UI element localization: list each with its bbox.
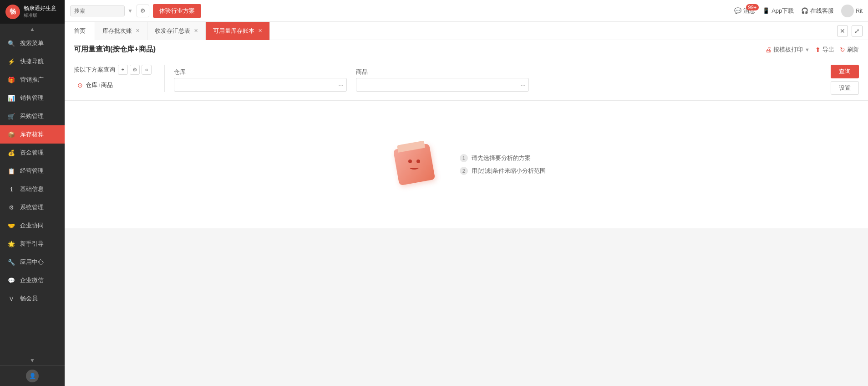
filter-panel: 按以下方案查询 + ⚙ « ⊙ 仓库+商品 仓库 (65, 59, 868, 101)
sidebar-label-member: 畅会员 (20, 294, 38, 303)
maximize-window-button[interactable]: ⤢ (852, 26, 863, 36)
scheme-label: 仓库+商品 (86, 81, 113, 89)
goods-filter-field: 商品 ··· (356, 68, 529, 92)
warehouse-input[interactable] (174, 82, 335, 88)
search-dropdown-icon[interactable]: ▼ (127, 8, 133, 14)
username-label: Rit (856, 8, 863, 14)
tab-available[interactable]: 可用量库存账本✕ (206, 22, 270, 40)
sidebar-label-shortcut: 快捷导航 (20, 57, 44, 66)
sidebar-item-cooperation[interactable]: 🤝 企业协同 (0, 216, 65, 235)
trial-industry-button[interactable]: 体验行业方案 (153, 4, 201, 18)
page-title: 可用量查询(按仓库+商品) (74, 45, 156, 54)
sidebar-icon-inventory: 📦 (7, 130, 15, 139)
sidebar-label-appstore: 应用中心 (20, 258, 44, 266)
sidebar-item-operations[interactable]: 📋 经营管理 (0, 162, 65, 180)
empty-state: 1 请先选择要分析的方案 2 用[过滤]条件来缩小分析范围 (65, 101, 868, 228)
page-header: 可用量查询(按仓库+商品) 🖨 按模板打印 ▼ ⬆ 导出 ↻ 刷新 (65, 40, 868, 59)
sidebar-label-basic: 基础信息 (20, 185, 44, 193)
user-menu[interactable]: Rit (841, 5, 863, 17)
collapse-filter-button[interactable]: « (142, 65, 152, 75)
print-template-label: 按模板打印 (773, 46, 803, 54)
step-num-2: 2 (460, 167, 468, 175)
sidebar-icon-basic: ℹ (7, 185, 15, 193)
sidebar-icon-appstore: 🔧 (7, 258, 15, 266)
export-label: 导出 (822, 46, 834, 54)
sidebar-bottom: 👤 (0, 365, 65, 386)
tab-label-available: 可用量库存账本 (213, 27, 254, 35)
empty-hints: 1 请先选择要分析的方案 2 用[过滤]条件来缩小分析范围 (460, 154, 546, 175)
filter-scheme-actions: + ⚙ « (118, 65, 152, 75)
goods-more-button[interactable]: ··· (518, 81, 528, 88)
edit-scheme-button[interactable]: ⚙ (130, 65, 140, 75)
empty-box (393, 144, 436, 186)
filter-scheme-panel: 按以下方案查询 + ⚙ « ⊙ 仓库+商品 (74, 65, 165, 92)
refresh-button[interactable]: ↻ 刷新 (840, 46, 859, 54)
sidebar-item-search[interactable]: 🔍 搜索菜单 (0, 34, 65, 52)
sidebar-label-system: 系统管理 (20, 203, 44, 211)
close-window-button[interactable]: ✕ (837, 26, 848, 36)
settings-button[interactable]: 设置 (831, 81, 859, 95)
page-content: 可用量查询(按仓库+商品) 🖨 按模板打印 ▼ ⬆ 导出 ↻ 刷新 (65, 40, 868, 386)
search-input[interactable] (70, 5, 125, 16)
sidebar-item-inventory[interactable]: 📦 库存核算 (0, 125, 65, 144)
sidebar-item-member[interactable]: V 畅会员 (0, 289, 65, 308)
filter-btn-group: 查询 设置 (831, 65, 859, 95)
sidebar-subtitle: 标准版 (24, 12, 56, 19)
tab-close-collect[interactable]: ✕ (194, 28, 198, 34)
sidebar-scroll-down[interactable]: ▼ (0, 355, 65, 365)
tab-home[interactable]: 首页 (65, 22, 95, 40)
sidebar-scroll-up[interactable]: ▲ (0, 24, 65, 34)
sidebar-item-marketing[interactable]: 🎁 营销推广 (0, 71, 65, 89)
print-template-button[interactable]: 🖨 按模板打印 ▼ (765, 46, 810, 54)
empty-hint-2-text: 用[过滤]条件来缩小分析范围 (472, 167, 546, 175)
messages-button[interactable]: 💬 消息 99+ (734, 7, 755, 15)
sidebar-label-search: 搜索菜单 (20, 39, 44, 47)
goods-label: 商品 (356, 68, 529, 76)
goods-input[interactable] (356, 82, 518, 88)
sidebar-icon-member: V (7, 294, 15, 303)
tab-batch[interactable]: 库存批次账✕ (95, 22, 147, 40)
sidebar-logo: 畅 (5, 5, 20, 19)
sidebar-icon-newuser: 🌟 (7, 240, 15, 248)
sidebar-nav: 🔍 搜索菜单 ⚡ 快捷导航 🎁 营销推广 📊 销售管理 🛒 采购管理 📦 库存核… (0, 34, 65, 355)
app-download-button[interactable]: 📱 App下载 (762, 7, 794, 15)
sidebar-item-finance[interactable]: 💰 资金管理 (0, 144, 65, 162)
scheme-item-warehouse-goods[interactable]: ⊙ 仓库+商品 (74, 78, 157, 92)
sidebar-icon-wechat: 💬 (7, 276, 15, 284)
main-content: ▼ ⚙ 体验行业方案 💬 消息 99+ 📱 App下载 🎧 在线客服 Rit (65, 0, 868, 386)
topbar-search-area: ▼ (70, 5, 133, 16)
warehouse-more-button[interactable]: ··· (335, 81, 346, 88)
add-scheme-button[interactable]: + (118, 65, 128, 75)
app-icon: 📱 (762, 7, 770, 14)
sidebar-icon-search: 🔍 (7, 39, 15, 47)
warehouse-filter-field: 仓库 ··· (174, 68, 347, 92)
user-avatar (841, 5, 854, 17)
sidebar-item-purchase[interactable]: 🛒 采购管理 (0, 107, 65, 125)
window-controls: ✕ ⤢ (832, 22, 868, 40)
query-button[interactable]: 查询 (831, 65, 859, 78)
sidebar-item-wechat[interactable]: 💬 企业微信 (0, 271, 65, 289)
settings-gear-icon[interactable]: ⚙ (137, 5, 149, 17)
sidebar-item-sales[interactable]: 📊 销售管理 (0, 89, 65, 107)
tab-close-batch[interactable]: ✕ (136, 28, 140, 34)
messages-badge: 99+ (746, 4, 759, 10)
tab-close-available[interactable]: ✕ (258, 28, 262, 34)
sidebar-item-newuser[interactable]: 🌟 新手引导 (0, 235, 65, 253)
print-dropdown-icon[interactable]: ▼ (805, 47, 810, 52)
goods-input-wrap: ··· (356, 78, 529, 92)
sidebar-avatar[interactable]: 👤 (26, 370, 39, 382)
empty-box-face (408, 160, 420, 170)
warehouse-label: 仓库 (174, 68, 347, 76)
sidebar-icon-shortcut: ⚡ (7, 57, 15, 66)
export-button[interactable]: ⬆ 导出 (815, 46, 834, 54)
sidebar-item-system[interactable]: ⚙ 系统管理 (0, 198, 65, 216)
sidebar-item-appstore[interactable]: 🔧 应用中心 (0, 253, 65, 271)
online-service-button[interactable]: 🎧 在线客服 (801, 7, 834, 15)
tab-collect[interactable]: 收发存汇总表✕ (147, 22, 206, 40)
topbar: ▼ ⚙ 体验行业方案 💬 消息 99+ 📱 App下载 🎧 在线客服 Rit (65, 0, 868, 22)
sidebar-icon-purchase: 🛒 (7, 112, 15, 120)
sidebar-item-shortcut[interactable]: ⚡ 快捷导航 (0, 52, 65, 71)
sidebar-label-finance: 资金管理 (20, 149, 44, 157)
sidebar-icon-sales: 📊 (7, 94, 15, 102)
sidebar-item-basic[interactable]: ℹ 基础信息 (0, 180, 65, 198)
